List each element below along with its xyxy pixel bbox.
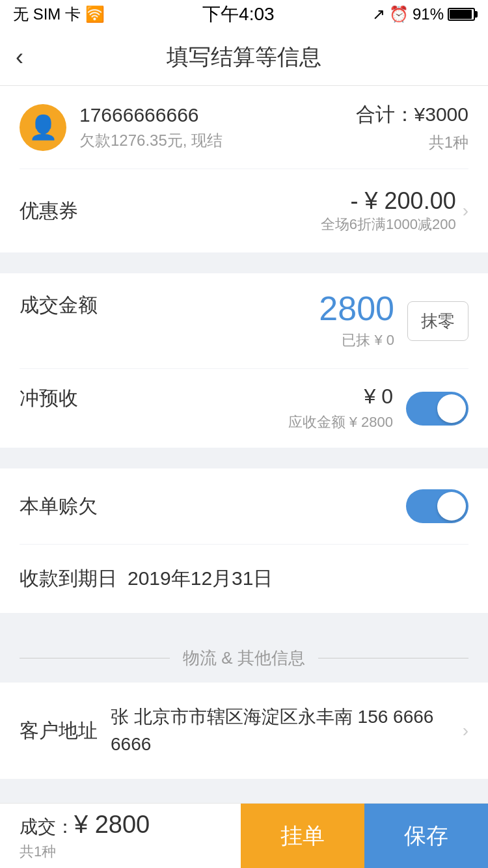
deal-amount-label: 成交金额 (20, 292, 98, 319)
charge-sub: 应收金额 ¥ 2800 (288, 413, 393, 432)
footer-deal-line: 成交：¥ 2800 (20, 811, 221, 839)
deal-amount-sub: 已抹 ¥ 0 (319, 331, 394, 350)
address-section: 客户地址 张 北京市市辖区海淀区永丰南 156 6666 6666 › (0, 683, 488, 779)
credit-label: 本单赊欠 (20, 493, 98, 520)
coupon-chevron-icon: › (463, 200, 468, 221)
customer-sub: 欠款1276.35元, 现结 (79, 130, 223, 151)
coupon-right: - ¥ 200.00 全场6折满1000减200 › (321, 187, 468, 234)
coupon-label: 优惠券 (20, 198, 78, 224)
divider-line-right (318, 658, 468, 658)
address-row[interactable]: 客户地址 张 北京市市辖区海淀区永丰南 156 6666 6666 › (20, 683, 468, 779)
charge-label: 冲预收 (20, 385, 78, 412)
charge-toggle[interactable] (406, 392, 468, 426)
gray-gap-2 (0, 458, 488, 468)
location-icon: ↗ (372, 5, 385, 23)
address-value: 张 北京市市辖区海淀区永丰南 156 6666 6666 (111, 703, 463, 758)
footer-info: 成交：¥ 2800 共1种 (0, 811, 241, 861)
date-label: 收款到期日 (20, 565, 117, 592)
page-title: 填写结算等信息 (167, 42, 321, 72)
nav-bar: ‹ 填写结算等信息 (0, 29, 488, 86)
total-value: ¥3000 (414, 103, 468, 125)
battery-percent: 91% (413, 5, 444, 23)
credit-row: 本单赊欠 (20, 468, 468, 544)
customer-section: 👤 17666666666 欠款1276.35元, 现结 合计：¥3000 共1… (0, 86, 488, 252)
credit-section: 本单赊欠 收款到期日 2019年12月31日 (0, 468, 488, 613)
date-value: 2019年12月31日 (128, 565, 273, 592)
total-count: 共1种 (356, 132, 468, 153)
footer: 成交：¥ 2800 共1种 挂单 保存 (0, 803, 488, 868)
coupon-row[interactable]: 优惠券 - ¥ 200.00 全场6折满1000减200 › (20, 169, 468, 252)
customer-info: 17666666666 欠款1276.35元, 现结 (79, 104, 223, 151)
coupon-discount: - ¥ 200.00 (321, 187, 456, 215)
status-bar: 无 SIM 卡 🛜 下午4:03 ↗ ⏰ 91% (0, 0, 488, 29)
footer-deal-count: 共1种 (20, 842, 221, 861)
credit-toggle-knob (437, 492, 466, 521)
charge-right: ¥ 0 应收金额 ¥ 2800 (288, 385, 468, 432)
divider-text: 物流 & 其他信息 (170, 647, 318, 670)
charge-amount: ¥ 0 (288, 385, 393, 409)
sim-label: 无 SIM 卡 🛜 (13, 4, 105, 25)
customer-row: 👤 17666666666 欠款1276.35元, 现结 合计：¥3000 共1… (20, 86, 468, 169)
avatar: 👤 (20, 104, 66, 151)
gray-gap-3 (0, 623, 488, 634)
footer-deal-amount: ¥ 2800 (74, 811, 150, 838)
divider-line-left (20, 658, 170, 658)
save-button[interactable]: 保存 (364, 804, 488, 869)
back-button[interactable]: ‹ (16, 44, 23, 71)
deal-amount-value: 2800 (319, 292, 394, 325)
status-right: ↗ ⏰ 91% (372, 5, 475, 23)
customer-right: 合计：¥3000 共1种 (356, 102, 468, 153)
clock-icon: ⏰ (389, 5, 409, 23)
status-time: 下午4:03 (202, 2, 275, 27)
round-off-button[interactable]: 抹零 (407, 301, 468, 341)
total-label: 合计： (356, 103, 414, 125)
address-chevron-icon: › (463, 720, 468, 741)
avatar-icon: 👤 (29, 114, 58, 141)
address-label: 客户地址 (20, 718, 98, 744)
total-amount: 合计：¥3000 (356, 102, 468, 128)
date-row: 收款到期日 2019年12月31日 (20, 544, 468, 613)
hold-button[interactable]: 挂单 (241, 804, 364, 869)
status-left: 无 SIM 卡 🛜 (13, 4, 105, 25)
customer-left: 👤 17666666666 欠款1276.35元, 现结 (20, 104, 223, 151)
coupon-desc: 全场6折满1000减200 (321, 215, 456, 234)
footer-deal-label: 成交： (20, 817, 74, 837)
battery-icon (448, 8, 475, 21)
customer-phone: 17666666666 (79, 104, 223, 126)
toggle-knob (437, 394, 466, 423)
amount-section: 成交金额 2800 已抹 ¥ 0 抹零 冲预收 ¥ 0 应收金额 ¥ 2800 (0, 273, 488, 448)
gray-gap-1 (0, 263, 488, 273)
deal-amount-right: 2800 已抹 ¥ 0 抹零 (319, 292, 468, 350)
divider-section: 物流 & 其他信息 (0, 634, 488, 683)
charge-row: 冲预收 ¥ 0 应收金额 ¥ 2800 (20, 368, 468, 448)
charge-amount-wrap: ¥ 0 应收金额 ¥ 2800 (288, 385, 393, 432)
credit-toggle[interactable] (406, 489, 468, 523)
deal-amount-row: 成交金额 2800 已抹 ¥ 0 抹零 (20, 273, 468, 368)
